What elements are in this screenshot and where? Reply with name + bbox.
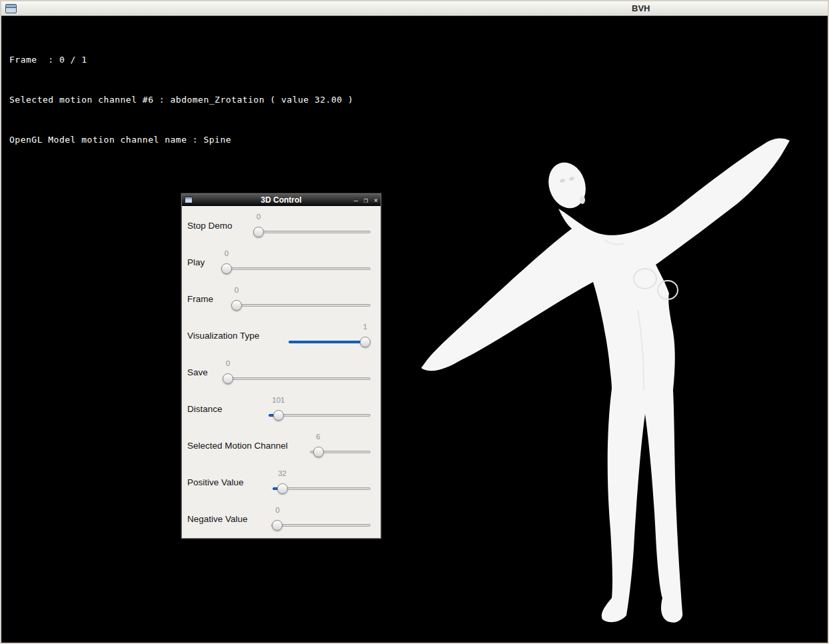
- slider-row-stop-demo: Stop Demo 0: [182, 210, 381, 247]
- overlay-line-frame: Frame : 0 / 1: [9, 53, 353, 67]
- slider-value: 0: [235, 286, 239, 294]
- slider-row-save: Save 0: [182, 357, 381, 393]
- slider-row-selected-motion-channel: Selected Motion Channel 6: [182, 430, 381, 467]
- slider-track[interactable]: [221, 267, 371, 270]
- slider-label: Play: [187, 257, 205, 267]
- slider-label: Stop Demo: [187, 221, 233, 231]
- close-button[interactable]: ×: [374, 197, 378, 204]
- control-window-body: Stop Demo 0 Play 0 Frame 0: [182, 206, 381, 538]
- slider-handle[interactable]: [221, 263, 232, 274]
- slider-track[interactable]: [231, 304, 371, 307]
- slider-label: Frame: [187, 294, 213, 304]
- 3d-control-window: 3D Control – ❒ × Stop Demo 0 Play 0: [181, 193, 381, 539]
- slider-handle[interactable]: [231, 300, 242, 311]
- slider-row-positive-value: Positive Value 32: [182, 467, 381, 503]
- slider-row-visualization-type: Visualization Type 1: [182, 320, 381, 357]
- slider-handle[interactable]: [253, 227, 264, 237]
- slider-fill: [289, 341, 365, 343]
- slider-row-distance: Distance 101: [182, 393, 381, 430]
- slider-handle[interactable]: [360, 337, 371, 347]
- app-window-icon: [5, 4, 17, 13]
- overlay-line-model: OpenGL Model motion channel name : Spine: [9, 133, 353, 147]
- main-window-title: BVH: [632, 3, 650, 13]
- overlay-line-channel: Selected motion channel #6 : abdomen_Zro…: [9, 93, 353, 107]
- slider-handle[interactable]: [277, 483, 288, 494]
- slider-label: Distance: [187, 404, 223, 414]
- slider-value: 32: [278, 469, 287, 477]
- control-titlebar[interactable]: 3D Control – ❒ ×: [182, 194, 381, 206]
- slider-track[interactable]: [253, 231, 371, 233]
- slider-value: 0: [226, 359, 230, 367]
- slider-value: 0: [225, 249, 229, 257]
- bvh-app-window: BVH Frame : 0 / 1 Selected motion channe…: [0, 0, 829, 644]
- slider-label: Selected Motion Channel: [187, 441, 288, 451]
- slider-handle[interactable]: [273, 410, 284, 421]
- main-titlebar[interactable]: BVH: [1, 1, 828, 16]
- control-window-title: 3D Control: [182, 195, 381, 205]
- status-overlay: Frame : 0 / 1 Selected motion channel #6…: [9, 27, 353, 173]
- slider-value: 6: [316, 433, 320, 441]
- slider-value: 0: [257, 213, 261, 221]
- slider-row-play: Play 0: [182, 247, 381, 283]
- slider-handle[interactable]: [313, 447, 324, 457]
- opengl-canvas[interactable]: Frame : 0 / 1 Selected motion channel #6…: [1, 17, 828, 643]
- slider-value: 0: [275, 506, 279, 514]
- slider-label: Save: [187, 367, 208, 377]
- slider-track[interactable]: [271, 524, 371, 527]
- slider-track[interactable]: [223, 377, 371, 380]
- maximize-button[interactable]: ❒: [364, 197, 368, 204]
- slider-handle[interactable]: [272, 520, 283, 531]
- slider-track[interactable]: [269, 414, 371, 417]
- minimize-button[interactable]: –: [354, 197, 358, 204]
- slider-value: 1: [363, 323, 367, 331]
- slider-row-frame: Frame 0: [182, 283, 381, 320]
- slider-row-negative-value: Negative Value 0: [182, 503, 381, 540]
- slider-label: Negative Value: [187, 514, 248, 524]
- 3d-model-figure: [401, 103, 814, 643]
- slider-label: Positive Value: [187, 477, 244, 487]
- slider-handle[interactable]: [223, 373, 233, 384]
- slider-value: 101: [272, 396, 285, 404]
- slider-label: Visualization Type: [187, 331, 259, 341]
